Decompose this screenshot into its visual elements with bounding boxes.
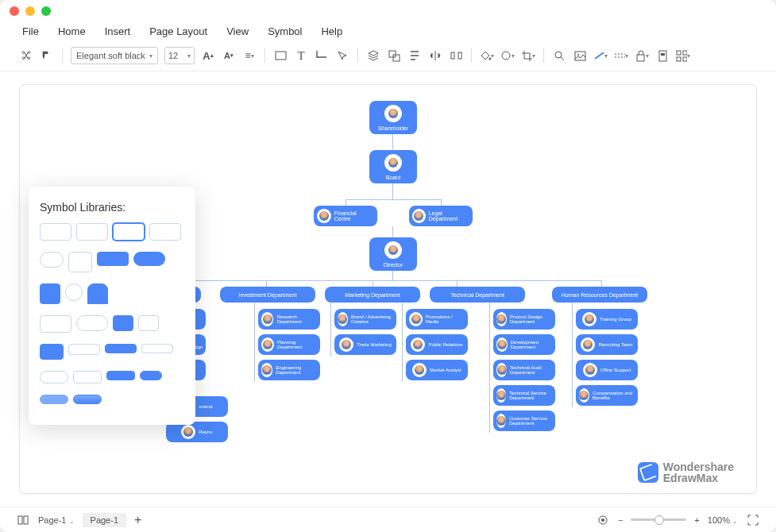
node-director[interactable]: Director xyxy=(369,237,417,271)
maximize-icon[interactable] xyxy=(41,6,51,16)
svg-rect-3 xyxy=(451,52,454,59)
node-tech-audit[interactable]: Technical Audit Department xyxy=(493,360,555,380)
format-painter-icon[interactable] xyxy=(40,48,54,63)
text-icon[interactable]: T xyxy=(294,48,308,63)
add-page-button[interactable]: + xyxy=(134,513,141,527)
node-technical-dept[interactable]: Technical Department xyxy=(430,287,525,303)
symbol-item[interactable] xyxy=(40,283,60,304)
symbol-item[interactable] xyxy=(138,315,159,331)
symbol-item[interactable] xyxy=(133,252,165,266)
node-board[interactable]: Board xyxy=(369,150,417,183)
fill-icon[interactable]: ▾ xyxy=(480,48,494,63)
symbol-item[interactable] xyxy=(40,395,68,404)
node-engineering-dept[interactable]: Engineering Department xyxy=(258,360,320,380)
node-financial-centre[interactable]: Financial Centre xyxy=(314,206,377,226)
page-selector[interactable]: Page-1 ⌄ xyxy=(38,515,75,525)
node-market-analyst[interactable]: Market Analyst xyxy=(406,360,468,380)
menu-insert[interactable]: Insert xyxy=(105,25,131,37)
node-research-dept[interactable]: Research Department xyxy=(258,309,320,330)
symbol-item[interactable] xyxy=(40,371,68,384)
symbol-item[interactable] xyxy=(76,223,108,241)
symbol-item[interactable] xyxy=(149,223,181,241)
symbol-item[interactable] xyxy=(68,344,100,355)
symbol-item[interactable] xyxy=(73,395,102,404)
distribute-icon[interactable] xyxy=(449,48,463,63)
zoom-level[interactable]: 100% ⌄ xyxy=(708,515,738,525)
menu-view[interactable]: View xyxy=(226,25,249,37)
symbol-libraries-panel[interactable]: Symbol Libraries: xyxy=(29,187,195,425)
zoom-in-button[interactable]: + xyxy=(694,515,699,525)
symbol-item[interactable] xyxy=(113,315,133,331)
search-icon[interactable] xyxy=(552,48,566,63)
node-promotions[interactable]: Promotions / Media xyxy=(406,309,468,330)
cut-icon[interactable] xyxy=(19,48,33,63)
node-marketing-dept[interactable]: Marketing Department xyxy=(325,287,420,303)
symbol-item[interactable] xyxy=(40,252,64,268)
symbol-item[interactable] xyxy=(113,223,145,241)
menu-page-layout[interactable]: Page Layout xyxy=(149,25,207,37)
node-office-support[interactable]: Office Support xyxy=(576,360,638,380)
node-legal-dept[interactable]: Legal Department xyxy=(409,206,473,226)
symbol-item[interactable] xyxy=(105,344,137,353)
pointer-icon[interactable] xyxy=(335,48,349,63)
align-objects-icon[interactable] xyxy=(407,48,422,63)
node-brand-creative[interactable]: Brand / Advertising Creative xyxy=(334,309,396,330)
align-icon[interactable]: ≡▾ xyxy=(242,48,257,63)
connector-icon[interactable] xyxy=(315,48,329,63)
symbol-item[interactable] xyxy=(140,371,162,380)
font-increase-icon[interactable]: A▴ xyxy=(201,48,215,63)
node-trade-marketing[interactable]: Trade Marketing xyxy=(334,334,396,355)
settings-icon[interactable]: ▾ xyxy=(676,48,690,63)
node-shareholder[interactable]: Shareholder xyxy=(369,101,417,134)
node-hr-dept[interactable]: Human Resources Department xyxy=(552,287,647,303)
node-training[interactable]: Training Group xyxy=(576,309,638,330)
symbol-item[interactable] xyxy=(97,252,129,266)
node-planning-dept[interactable]: Planning Department xyxy=(258,334,320,355)
menu-file[interactable]: File xyxy=(22,25,39,37)
symbol-item[interactable] xyxy=(65,283,83,301)
symbol-item[interactable] xyxy=(87,283,108,304)
font-size-selector[interactable]: 12▾ xyxy=(164,47,195,64)
node-recruiting[interactable]: Recruiting Team xyxy=(576,334,638,355)
page-tab[interactable]: Page-1 xyxy=(83,513,126,527)
node-investment-dept[interactable]: Investment Department xyxy=(220,287,315,303)
minimize-icon[interactable] xyxy=(25,6,35,16)
avatar-icon xyxy=(181,425,195,439)
flip-icon[interactable] xyxy=(428,48,442,63)
line-style-icon[interactable]: ▾ xyxy=(593,48,608,63)
fit-view-icon[interactable] xyxy=(596,513,610,527)
symbol-item[interactable] xyxy=(40,344,64,360)
node-public-relations[interactable]: Public Relations xyxy=(406,334,468,355)
lock-icon[interactable]: ▾ xyxy=(635,48,649,63)
node-product-design[interactable]: Product Design Department xyxy=(493,309,555,330)
crop-icon[interactable]: ▾ xyxy=(521,48,535,63)
zoom-slider[interactable] xyxy=(631,519,686,521)
node-customer-service[interactable]: Customer Service Department xyxy=(493,411,555,431)
fullscreen-icon[interactable] xyxy=(746,513,760,527)
group-icon[interactable] xyxy=(387,48,401,63)
node-compensation[interactable]: Compensation and Benefits xyxy=(576,385,638,406)
dash-icon[interactable]: ▾ xyxy=(614,48,628,63)
symbol-item[interactable] xyxy=(141,344,173,353)
node-tech-service[interactable]: Technical Service Department xyxy=(493,385,555,406)
menu-symbol[interactable]: Symbol xyxy=(268,25,302,37)
symbol-item[interactable] xyxy=(76,315,108,331)
symbol-item[interactable] xyxy=(40,315,71,333)
image-icon[interactable] xyxy=(573,48,587,63)
layers-icon[interactable] xyxy=(366,48,380,63)
menu-help[interactable]: Help xyxy=(321,25,342,37)
font-decrease-icon[interactable]: A▾ xyxy=(222,48,236,63)
symbol-item[interactable] xyxy=(68,252,92,272)
font-selector[interactable]: Elegant soft black▾ xyxy=(71,47,158,64)
menu-home[interactable]: Home xyxy=(58,25,86,37)
zoom-out-button[interactable]: − xyxy=(618,515,623,525)
symbol-item[interactable] xyxy=(40,223,71,241)
rectangle-icon[interactable] xyxy=(273,48,288,63)
page-icon[interactable] xyxy=(655,48,670,63)
node-development[interactable]: Development Department xyxy=(493,334,555,355)
close-icon[interactable] xyxy=(10,6,19,16)
pages-icon[interactable] xyxy=(16,513,30,527)
symbol-item[interactable] xyxy=(106,371,135,380)
shape-icon[interactable]: ▾ xyxy=(500,48,515,63)
symbol-item[interactable] xyxy=(73,371,102,384)
